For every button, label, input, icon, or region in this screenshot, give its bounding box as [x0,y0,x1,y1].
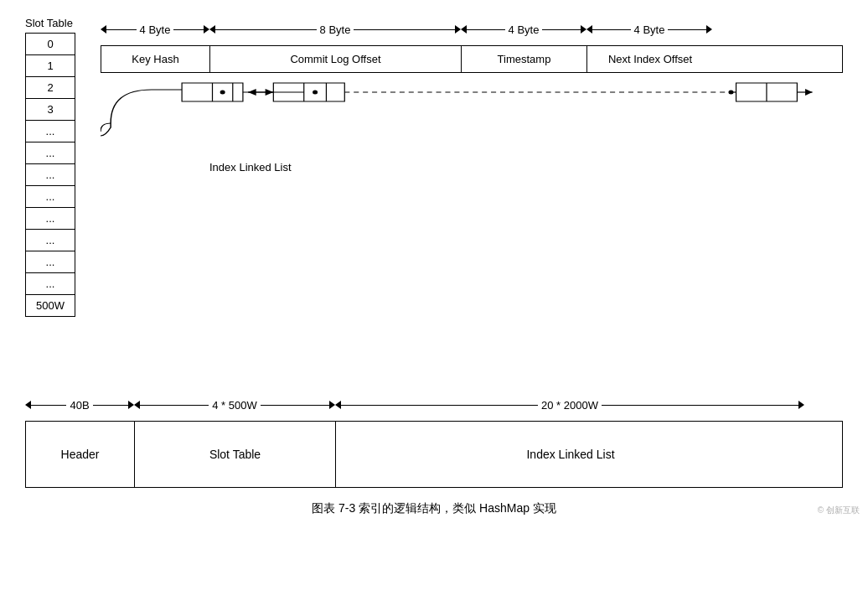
slot-table-cell: ... [26,230,75,251]
linked-list-label: Index Linked List [209,161,292,174]
bottom-box: Header [26,422,135,487]
right-arrowhead-icon [798,401,804,409]
byte-label-text: 4 Byte [505,23,543,36]
byte-label-text: 4 Byte [631,23,669,36]
size-label-text: 40B [66,399,92,412]
bottom-box: Index Linked List [336,422,805,487]
slot-table-cell: ... [26,164,75,186]
byte-label-group: 4 Byte [586,23,712,36]
right-arrowhead-icon [455,25,461,34]
byte-labels-row: 4 Byte8 Byte4 Byte4 Byte [101,17,843,42]
left-arrowhead-icon [335,401,341,409]
byte-label-group: 4 Byte [101,23,209,36]
slot-table-cell: ... [26,142,75,164]
bottom-boxes-row: HeaderSlot TableIndex Linked List [25,421,843,488]
size-labels-row: 40B4 * 500W20 * 2000W [25,392,843,417]
svg-point-3 [220,91,225,95]
left-arrowhead-icon [209,25,215,34]
slot-table-container: Slot Table 0123........................5… [25,17,75,317]
slot-table-cell: ... [26,208,75,230]
slot-table-cell: 0 [26,34,75,55]
slot-table-cell: ... [26,251,75,273]
svg-point-9 [313,91,318,95]
top-section: Slot Table 0123........................5… [25,17,843,317]
slot-table-cell: 3 [26,99,75,121]
linked-list-area: Index Linked List [101,81,843,174]
watermark: © 创新互联 [818,505,860,516]
right-arrowhead-icon [128,401,134,409]
slot-table-cell: ... [26,121,75,142]
slot-table: 0123........................500W [25,33,75,317]
left-arrowhead-icon [461,25,467,34]
size-label-text: 20 * 2000W [538,399,602,412]
slot-table-cell: ... [26,186,75,208]
slot-table-label: Slot Table [25,17,73,29]
slot-table-cell: 500W [26,295,75,317]
field-box: Timestamp [462,46,587,72]
svg-marker-11 [248,89,256,96]
field-box: Key Hash [101,46,210,72]
svg-marker-18 [805,89,812,96]
bottom-section: 40B4 * 500W20 * 2000W HeaderSlot TableIn… [25,392,843,488]
left-arrowhead-icon [25,401,31,409]
right-section: 4 Byte8 Byte4 Byte4 Byte Key HashCommit … [101,17,843,174]
field-boxes-row: Key HashCommit Log OffsetTimestampNext I… [101,45,843,73]
size-label-text: 4 * 500W [209,399,260,412]
right-arrowhead-icon [706,25,712,34]
slot-table-cell: 1 [26,55,75,77]
caption: 图表 7-3 索引的逻辑结构，类似 HashMap 实现 [25,501,843,516]
size-label-group: 40B [25,399,134,412]
field-box: Commit Log Offset [210,46,462,72]
right-arrowhead-icon [581,25,586,34]
left-arrowhead-icon [134,401,140,409]
left-arrowhead-icon [101,25,106,34]
byte-label-text: 4 Byte [137,23,174,36]
right-arrowhead-icon [329,401,335,409]
left-arrowhead-icon [586,25,592,34]
right-arrowhead-icon [204,25,209,34]
byte-label-group: 8 Byte [209,23,461,36]
section-separator [25,350,843,376]
slot-table-cell: ... [26,273,75,295]
linked-list-svg [101,81,843,174]
slot-table-cell: 2 [26,77,75,99]
byte-label-text: 8 Byte [317,23,354,36]
main-container: Slot Table 0123........................5… [0,0,868,525]
byte-label-group: 4 Byte [461,23,586,36]
bottom-box: Slot Table [135,422,336,487]
size-label-group: 4 * 500W [134,399,335,412]
size-label-group: 20 * 2000W [335,399,804,412]
field-box: Next Index Offset [587,46,713,72]
